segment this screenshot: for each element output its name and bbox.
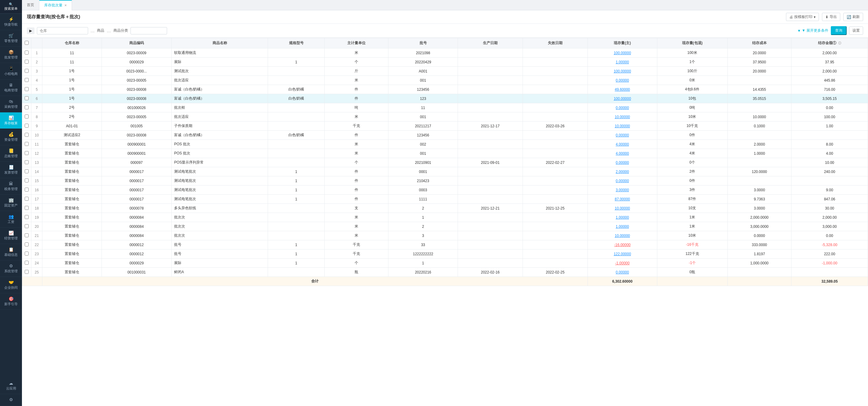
stock-main-link[interactable]: 10.00000 xyxy=(615,124,630,128)
warehouse-filter[interactable] xyxy=(37,27,88,34)
stock-main-link[interactable]: 0.00000 xyxy=(616,161,629,165)
sidebar-item-biz[interactable]: 📈 经营管理 xyxy=(0,228,22,244)
row-checkbox[interactable] xyxy=(25,270,29,274)
tab-home[interactable]: 首页 xyxy=(22,0,39,10)
row-stock-main[interactable]: 100.00000 xyxy=(588,67,657,76)
stock-main-link[interactable]: 4.00000 xyxy=(616,151,629,156)
row-stock-main[interactable]: 3.00000 xyxy=(588,185,657,195)
stock-main-link[interactable]: 1.00000 xyxy=(616,215,629,219)
sidebar-item-cloud[interactable]: ☁ 云应用 xyxy=(0,378,22,394)
row-checkbox[interactable] xyxy=(25,105,29,109)
row-stock-main[interactable]: -16.00000 xyxy=(588,240,657,249)
sidebar-item-tax[interactable]: 🏛 税务管理 xyxy=(0,178,22,195)
row-stock-main[interactable]: 100.00000 xyxy=(588,94,657,103)
stock-main-link[interactable]: 87.00000 xyxy=(615,197,630,201)
sidebar-item-collab[interactable]: 🤝 企业协同 xyxy=(0,277,22,293)
sidebar-item-quick-nav[interactable]: ⚡ 快捷导航 xyxy=(0,14,22,30)
setting-button[interactable]: 设置 xyxy=(849,27,863,35)
row-checkbox[interactable] xyxy=(25,151,29,155)
table-container[interactable]: 仓库名称 商品编码 商品名称 规格型号 主计量单位 批号 生产日期 失效日期 现… xyxy=(22,38,868,406)
row-stock-main[interactable]: 0.00000 xyxy=(588,103,657,112)
sidebar-item-invoice[interactable]: 🧾 发票管理 xyxy=(0,162,22,178)
row-stock-main[interactable]: 0.00000 xyxy=(588,131,657,140)
row-checkbox[interactable] xyxy=(25,142,29,146)
row-stock-main[interactable]: 49.60000 xyxy=(588,85,657,94)
sidebar-item-wholesale[interactable]: 📦 批发管理 xyxy=(0,46,22,63)
stock-main-link[interactable]: 10.00000 xyxy=(615,115,630,119)
row-checkbox[interactable] xyxy=(25,242,29,246)
sidebar-item-fixed-assets[interactable]: 🏢 固定资产 xyxy=(0,195,22,211)
row-stock-main[interactable]: 0.00000 xyxy=(588,176,657,185)
filter-collapse-btn[interactable]: ▶ xyxy=(27,27,34,34)
stock-main-link[interactable]: 0.00000 xyxy=(616,106,629,110)
warehouse-dots[interactable]: ... xyxy=(91,28,94,34)
stock-main-link[interactable]: 0.00000 xyxy=(616,179,629,183)
sidebar-item-inventory[interactable]: 📊 库存核算 xyxy=(0,112,22,129)
stock-main-link[interactable]: 49.60000 xyxy=(615,88,630,92)
stock-main-link[interactable]: 0.00000 xyxy=(616,78,629,82)
stock-main-link[interactable]: 0.00000 xyxy=(616,270,629,274)
row-checkbox[interactable] xyxy=(25,261,29,265)
sidebar-item-ledger[interactable]: 📒 总账管理 xyxy=(0,145,22,162)
row-checkbox[interactable] xyxy=(25,224,29,228)
print-button[interactable]: 🖨 按模板打印 ▾ xyxy=(786,13,819,21)
row-checkbox[interactable] xyxy=(25,133,29,137)
stock-main-link[interactable]: 3.00000 xyxy=(616,188,629,192)
row-checkbox[interactable] xyxy=(25,188,29,192)
tab-close-inventory-batch[interactable]: ✕ xyxy=(64,4,67,7)
row-checkbox[interactable] xyxy=(25,69,29,73)
stock-main-link[interactable]: -1.00000 xyxy=(615,261,629,265)
row-stock-main[interactable]: 0.00000 xyxy=(588,76,657,85)
sidebar-item-newbie[interactable]: 🎯 新手引导 xyxy=(0,293,22,310)
sidebar-search[interactable]: 🔍 搜索菜单 xyxy=(0,0,22,14)
search-button[interactable]: 查询 xyxy=(831,26,847,35)
refresh-button[interactable]: 🔄 刷新 xyxy=(843,13,863,21)
row-checkbox[interactable] xyxy=(25,78,29,82)
sidebar-item-basic[interactable]: 📋 基础信息 xyxy=(0,244,22,261)
row-stock-main[interactable]: 122.00000 xyxy=(588,249,657,259)
row-stock-main[interactable]: 2.00000 xyxy=(588,167,657,176)
select-all-checkbox[interactable] xyxy=(25,41,29,45)
sidebar-item-system[interactable]: ⚙ 系统管理 xyxy=(0,261,22,277)
sidebar-settings[interactable]: ⚙ xyxy=(0,394,22,406)
row-stock-main[interactable]: 1.00000 xyxy=(588,222,657,231)
row-stock-main[interactable]: 10.00000 xyxy=(588,122,657,131)
stock-main-link[interactable]: 2.00000 xyxy=(616,170,629,174)
row-checkbox[interactable] xyxy=(25,251,29,256)
row-checkbox[interactable] xyxy=(25,96,29,100)
stock-main-link[interactable]: -16.00000 xyxy=(614,243,630,247)
tab-inventory-batch[interactable]: 库存批次量 ✕ xyxy=(39,0,72,10)
stock-main-link[interactable]: 122.00000 xyxy=(614,252,631,256)
row-checkbox[interactable] xyxy=(25,169,29,173)
sidebar-item-hr[interactable]: 👥 工资 xyxy=(0,211,22,228)
row-stock-main[interactable]: -1.00000 xyxy=(588,259,657,268)
sidebar-item-finance[interactable]: 💰 资金管理 xyxy=(0,129,22,145)
row-checkbox[interactable] xyxy=(25,50,29,55)
stock-main-link[interactable]: 100.00000 xyxy=(614,69,631,73)
row-checkbox[interactable] xyxy=(25,233,29,237)
row-stock-main[interactable]: 0.00000 xyxy=(588,158,657,167)
product-dots[interactable]: ... xyxy=(107,28,111,34)
sidebar-item-retail[interactable]: 🛒 零售管理 xyxy=(0,30,22,46)
row-stock-main[interactable]: 10.00000 xyxy=(588,231,657,240)
sidebar-item-micro[interactable]: 📱 小程电商 xyxy=(0,63,22,79)
sidebar-item-purchase[interactable]: 🛍 采购管理 xyxy=(0,96,22,112)
row-checkbox[interactable] xyxy=(25,124,29,128)
stock-main-link[interactable]: 10.00000 xyxy=(615,206,630,210)
stock-main-link[interactable]: 1.00000 xyxy=(616,225,629,229)
stock-main-link[interactable]: 10.00000 xyxy=(615,234,630,238)
row-checkbox[interactable] xyxy=(25,87,29,91)
row-stock-main[interactable]: 4.00000 xyxy=(588,140,657,149)
row-stock-main[interactable]: 10.00000 xyxy=(588,112,657,122)
stock-main-link[interactable]: 0.00000 xyxy=(616,133,629,137)
row-stock-main[interactable]: 87.00000 xyxy=(588,195,657,204)
category-filter[interactable] xyxy=(130,27,167,34)
row-checkbox[interactable] xyxy=(25,178,29,182)
row-stock-main[interactable]: 4.00000 xyxy=(588,149,657,158)
stock-main-link[interactable]: 100.00000 xyxy=(614,51,631,55)
row-checkbox[interactable] xyxy=(25,60,29,64)
export-button[interactable]: ⬇ 导出 xyxy=(822,13,840,21)
row-checkbox[interactable] xyxy=(25,114,29,119)
row-checkbox[interactable] xyxy=(25,160,29,164)
row-checkbox[interactable] xyxy=(25,197,29,201)
